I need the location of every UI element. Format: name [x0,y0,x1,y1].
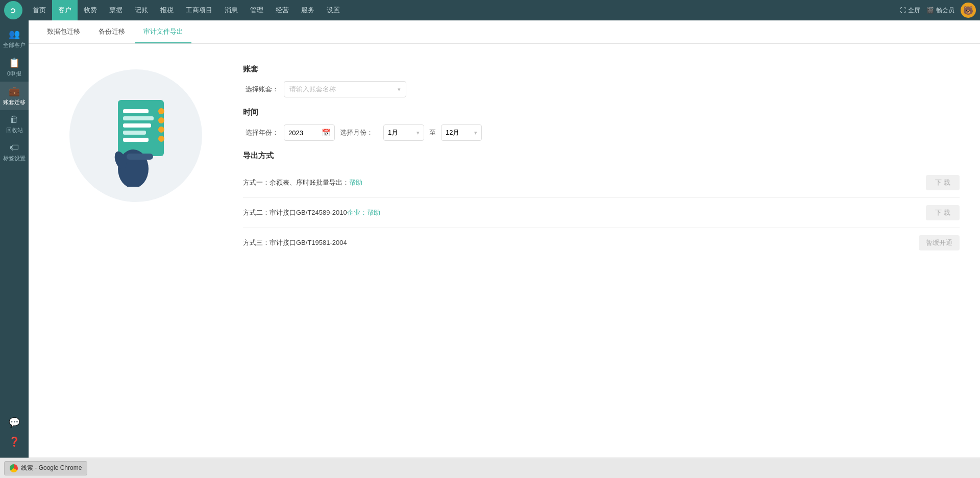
month-end-arrow: ▾ [474,130,477,136]
export-method-3: 方式三：审计接口GB/T19581-2004 暂缓开通 [243,228,960,258]
taskbar-chrome[interactable]: 线索 - Google Chrome [4,461,87,475]
method1-download-btn[interactable]: 下 载 [926,175,960,190]
year-label: 选择年份： [243,128,279,137]
sidebar: 👥 全部客户 📋 0申报 💼 账套迁移 🗑 回收站 🏷 标签设置 💬 ❓ [0,20,29,458]
nav-manage[interactable]: 管理 [244,0,270,20]
method2-download-btn[interactable]: 下 载 [926,205,960,220]
nav-tax[interactable]: 报税 [154,0,180,20]
sidebar-help[interactable]: ❓ [0,432,29,451]
taskbar: 线索 - Google Chrome [0,458,980,478]
nav-settings[interactable]: 设置 [321,0,346,20]
time-section-title: 时间 [243,108,960,117]
sidebar-bottom: 💬 ❓ [0,413,29,458]
label-icon: 🏷 [10,142,19,153]
export-method-2-text: 方式二：审计接口GB/T24589-2010企业：帮助 [243,208,380,217]
migrate-icon: 💼 [9,86,20,97]
svg-rect-2 [123,109,149,113]
method2-help-link[interactable]: ：帮助 [360,209,380,216]
nav-message[interactable]: 消息 [218,0,244,20]
form-area: 账套 选择账套： 请输入账套名称 ▾ 时间 选择年份： 2023 📅 [223,59,960,442]
customers-icon: 👥 [9,29,20,40]
nav-home[interactable]: 首页 [27,0,52,20]
sidebar-item-zero-declare[interactable]: 📋 0申报 [0,53,29,82]
time-separator: 至 [429,128,436,137]
svg-rect-5 [123,131,146,135]
svg-point-10 [158,136,164,142]
account-dropdown-icon: ▾ [398,86,401,93]
member-btn[interactable]: 🎬 畅会员 [926,6,954,15]
svg-rect-1 [118,100,164,156]
month-start-value: 1月 [388,128,398,137]
declare-icon: 📋 [9,57,20,68]
chrome-icon [10,464,18,472]
sidebar-chat[interactable]: 💬 [0,413,29,432]
chat-icon: 💬 [9,417,20,428]
nav-operation[interactable]: 经营 [270,0,295,20]
svg-point-9 [158,127,164,133]
method2-highlight: 企业 [347,209,360,216]
app-logo [4,1,22,19]
svg-rect-3 [123,116,154,120]
nav-fees[interactable]: 收费 [78,0,103,20]
svg-point-7 [158,108,164,114]
export-section-title: 导出方式 [243,151,960,161]
tabs-bar: 数据包迁移 备份迁移 审计文件导出 [29,20,980,44]
nav-service[interactable]: 服务 [295,0,321,20]
account-select[interactable]: 请输入账套名称 ▾ [284,81,406,97]
svg-point-8 [158,117,164,123]
export-method-3-text: 方式三：审计接口GB/T19581-2004 [243,238,347,247]
content-area: 数据包迁移 备份迁移 审计文件导出 [29,20,980,458]
export-method-1-text: 方式一：余额表、序时账批量导出：帮助 [243,178,362,187]
method2-prefix: 方式二：审计接口GB/T24589-2010 [243,209,347,216]
top-nav: 首页 客户 收费 票据 记账 报税 工商项目 消息 管理 经营 服务 设置 ⛶ … [0,0,980,20]
avatar[interactable]: 🐻 [961,3,976,18]
method1-prefix: 方式一：余额表、序时账批量导出： [243,179,349,186]
sidebar-item-account-migrate[interactable]: 💼 账套迁移 [0,82,29,110]
tab-backup-migrate[interactable]: 备份迁移 [90,21,133,43]
method3-open-btn[interactable]: 暂缓开通 [919,235,960,250]
month-end-select[interactable]: 12月 ▾ [441,124,482,141]
svg-rect-6 [123,138,149,142]
month-label: 选择月份： [340,128,373,137]
account-placeholder: 请输入账套名称 [289,85,336,94]
month-end-value: 12月 [446,128,459,137]
account-row: 选择账套： 请输入账套名称 ▾ [243,81,960,97]
nav-bookkeeping[interactable]: 记账 [129,0,154,20]
tab-audit-export[interactable]: 审计文件导出 [135,21,191,43]
top-right: ⛶ 全屏 🎬 畅会员 🐻 [900,3,976,18]
month-start-arrow: ▾ [416,130,420,136]
tab-data-package[interactable]: 数据包迁移 [39,21,88,43]
year-input[interactable]: 2023 📅 [284,124,335,141]
member-icon: 🎬 [926,7,934,14]
export-method-2: 方式二：审计接口GB/T24589-2010企业：帮助 下 载 [243,198,960,228]
time-inputs: 2023 📅 选择月份： 1月 ▾ 至 12月 ▾ [284,124,482,141]
recycle-icon: 🗑 [10,114,19,125]
method3-prefix: 方式三：审计接口GB/T19581-2004 [243,239,347,246]
account-label: 选择账套： [243,85,279,94]
month-start-select[interactable]: 1月 ▾ [383,124,424,141]
nav-items: 首页 客户 收费 票据 记账 报税 工商项目 消息 管理 经营 服务 设置 [27,0,900,20]
svg-point-0 [8,5,18,15]
time-row: 选择年份： 2023 📅 选择月份： 1月 ▾ 至 12月 [243,124,960,141]
sidebar-item-recycle[interactable]: 🗑 回收站 [0,110,29,138]
svg-rect-13 [127,154,153,160]
method1-help-link[interactable]: 帮助 [349,179,362,186]
main-layout: 👥 全部客户 📋 0申报 💼 账套迁移 🗑 回收站 🏷 标签设置 💬 ❓ [0,20,980,458]
year-value: 2023 [288,129,303,137]
fullscreen-icon: ⛶ [900,7,906,14]
sidebar-item-label-settings[interactable]: 🏷 标签设置 [0,138,29,166]
svg-rect-4 [123,123,151,128]
illustration-svg [90,85,182,187]
sidebar-item-all-customers[interactable]: 👥 全部客户 [0,24,29,53]
nav-customer[interactable]: 客户 [52,0,78,20]
help-icon: ❓ [9,436,20,447]
account-section-title: 账套 [243,64,960,74]
calendar-icon: 📅 [322,129,330,137]
page-content: 账套 选择账套： 请输入账套名称 ▾ 时间 选择年份： 2023 📅 [29,44,980,458]
nav-invoice[interactable]: 票据 [103,0,129,20]
illustration-circle [69,69,202,202]
nav-business[interactable]: 工商项目 [180,0,218,20]
fullscreen-btn[interactable]: ⛶ 全屏 [900,6,920,15]
export-method-1: 方式一：余额表、序时账批量导出：帮助 下 载 [243,168,960,198]
illustration-area [49,59,223,442]
